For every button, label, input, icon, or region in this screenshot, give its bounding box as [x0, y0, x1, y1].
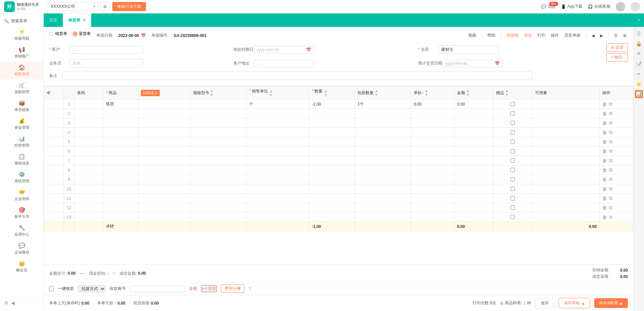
discount-info-icon[interactable]: ℹ	[108, 272, 109, 275]
right-panel-icon-3[interactable]: 👁	[635, 50, 643, 58]
row-qty[interactable]: -1.00	[309, 100, 355, 109]
copy-icon[interactable]: ⧉	[609, 139, 612, 145]
tab-home[interactable]: 首页	[44, 13, 63, 27]
abandon-button[interactable]: 放弃	[535, 298, 555, 308]
next-btn[interactable]: ▶	[599, 33, 604, 39]
account-input[interactable]	[130, 285, 185, 292]
copy-icon[interactable]: ⧉	[609, 120, 612, 126]
help2-icon[interactable]: ?	[249, 286, 251, 291]
sidebar-item-basic-info[interactable]: 📋 基础信息	[0, 151, 43, 168]
sidebar-item-app-center[interactable]: 🔧 应用中心	[0, 222, 43, 240]
settings-bottom-icon[interactable]: ⚙	[4, 300, 8, 306]
trial-button[interactable]: 体验行业方案	[112, 2, 146, 11]
customer-input[interactable]: ...	[69, 46, 143, 53]
tab-close-icon[interactable]: ×	[83, 18, 85, 23]
payment-checkbox[interactable]	[49, 286, 54, 291]
sidebar-item-marketing[interactable]: 📢 营销推广	[0, 44, 43, 62]
print-btn[interactable]: 打印	[536, 32, 547, 39]
logistics-button[interactable]: + 物流	[606, 53, 628, 62]
row-product[interactable]: 拣货	[103, 100, 138, 109]
sidebar-item-system-mgmt[interactable]: ⚙️ 系统管理	[0, 168, 43, 186]
delete-icon[interactable]: 🗑	[602, 139, 607, 145]
col-scan[interactable]: 扫码录入	[138, 86, 190, 100]
settings-icon[interactable]: ⚙	[100, 2, 110, 11]
delete-icon[interactable]: 🗑	[602, 167, 607, 173]
video-btn[interactable]: 视频	[467, 32, 478, 39]
due-date-input[interactable]: yyyy-mm-dd 📅	[254, 46, 314, 53]
sidebar-item-wechat[interactable]: 💬 企业微信	[0, 240, 43, 258]
warehouse-input[interactable]: 建材仓 ...	[438, 45, 499, 54]
filter-btn[interactable]: 筛选	[523, 32, 533, 39]
right-panel-icon-1[interactable]: ☰	[635, 30, 643, 38]
help-btn[interactable]: 帮助	[486, 32, 497, 39]
sidebar-item-quick-nav[interactable]: ⚡ 快捷导航	[0, 26, 43, 44]
salesperson-input[interactable]: 选择... ...	[69, 59, 143, 68]
sidebar-item-beginner[interactable]: 🎯 新手引导	[0, 204, 43, 222]
right-panel-icon-5[interactable]: ✏	[635, 70, 643, 78]
copy-icon[interactable]: ⧉	[609, 205, 612, 210]
right-panel-icon-6[interactable]: ⭐	[635, 80, 643, 88]
delete-icon[interactable]: 🗑	[602, 158, 607, 163]
app-download-btn[interactable]: 📱 App下载	[561, 4, 582, 9]
col-gear[interactable]: ⚙	[44, 86, 64, 100]
company-selector[interactable]: XXXXXX公司 ▾	[48, 2, 98, 11]
save-draft-button[interactable]: 保存草稿 ▲	[559, 298, 590, 308]
scan-button[interactable]: 扫码录入	[141, 90, 160, 96]
radio-return[interactable]: 退货单	[73, 31, 91, 37]
right-panel-icon-2[interactable]: 🔒	[635, 40, 643, 48]
delete-icon[interactable]: 🗑	[602, 130, 607, 135]
sidebar-item-operation[interactable]: 📊 经营管理	[0, 133, 43, 151]
expected-date-input[interactable]: yyyy-mm-dd 📅	[442, 60, 503, 67]
delete-icon[interactable]: 🗑	[602, 215, 607, 220]
add-payment-btn[interactable]: + + 添加	[201, 285, 217, 292]
customer-addr-input[interactable]: ...	[254, 60, 314, 67]
copy-icon[interactable]: ⧉	[609, 101, 612, 107]
right-panel-icon-7[interactable]: 📊	[635, 90, 643, 98]
delete-icon[interactable]: 🗑	[602, 102, 607, 107]
setup-button[interactable]: ⚙ 设置	[606, 43, 628, 52]
calendar-icon[interactable]: 📅	[141, 33, 146, 38]
collapse-icon[interactable]: ◀	[11, 300, 15, 306]
shortcut-btn[interactable]: 快捷键	[505, 32, 520, 39]
copy-icon[interactable]: ⧉	[609, 195, 612, 201]
sidebar-item-member[interactable]: 👑 畅会员	[0, 258, 43, 275]
delete-icon[interactable]: 🗑	[602, 111, 607, 116]
delete-icon[interactable]: 🗑	[602, 205, 607, 210]
avatar[interactable]	[616, 2, 625, 11]
copy-icon[interactable]: ⧉	[609, 214, 612, 220]
copy-icon[interactable]: ⧉	[609, 148, 612, 154]
tab-sales-order[interactable]: 销货单 ×	[63, 13, 91, 27]
prev-btn[interactable]: ◀	[590, 33, 596, 39]
copy-icon[interactable]: ⧉	[609, 158, 612, 163]
copy-icon[interactable]: ⧉	[609, 186, 612, 192]
operation-btn[interactable]: 操作	[550, 32, 560, 39]
save-new-button[interactable]: 保存&新增 ▲	[594, 298, 628, 308]
delete-icon[interactable]: 🗑	[602, 149, 607, 154]
service-btn[interactable]: 🎧 在线客服	[588, 4, 610, 9]
delete-icon[interactable]: 🗑	[602, 120, 607, 126]
delete-icon[interactable]: 🗑	[602, 177, 607, 182]
sku-select-icon[interactable]: ⊙	[500, 301, 503, 306]
delete-icon[interactable]: 🗑	[602, 196, 607, 201]
sidebar-item-inventory[interactable]: 📦 库存核算	[0, 97, 43, 115]
message-btn[interactable]: 💬 消息 99+	[541, 4, 556, 9]
tab-close-all[interactable]: ×	[634, 13, 644, 27]
sidebar-item-enterprise[interactable]: 🤝 企业协同	[0, 186, 43, 204]
row-gift[interactable]	[493, 100, 532, 109]
sidebar-item-sales-mgmt[interactable]: 🏠 销售管理	[0, 62, 43, 79]
right-panel-icon-4[interactable]: 📝	[635, 60, 643, 68]
row-price[interactable]: 0.00	[411, 100, 454, 109]
owe-info-icon[interactable]: ℹ	[115, 301, 116, 305]
sidebar-search[interactable]: 🔍 搜索菜单	[0, 16, 43, 26]
calc-method-select[interactable]: 结算方式	[78, 285, 106, 293]
copy-icon[interactable]: ⧉	[609, 177, 612, 182]
sidebar-item-purchase-mgmt[interactable]: 🛒 采购管理	[0, 79, 43, 97]
radio-sale[interactable]: 销货单	[49, 31, 67, 37]
grid-view-btn[interactable]: ⊞	[622, 33, 628, 39]
avatar-extra[interactable]	[631, 2, 640, 11]
note-input[interactable]	[63, 72, 533, 80]
copy-icon[interactable]: ⧉	[609, 167, 612, 173]
delete-icon[interactable]: 🗑	[602, 186, 607, 192]
sidebar-item-finance[interactable]: 💰 资金管理	[0, 115, 43, 133]
copy-icon[interactable]: ⧉	[609, 111, 612, 116]
